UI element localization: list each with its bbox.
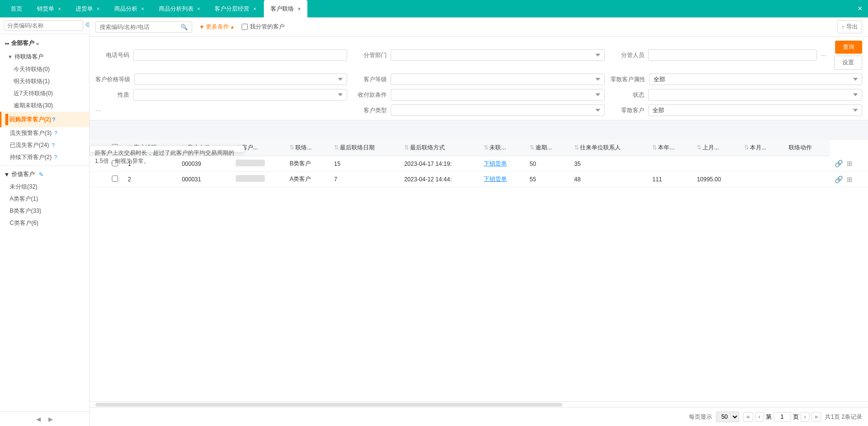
sidebar-search-input[interactable]: [4, 20, 83, 31]
sort-icon-person[interactable]: ⇅: [574, 144, 579, 151]
sidebar-body: ▪▪ 全部客户 « ▼ 待联络客户 今天待联络(0) 明天待联络(1) 近7天待…: [0, 34, 89, 411]
sidebar-item-persist-down[interactable]: 持续下滑客户(2) ?: [0, 151, 89, 163]
sidebar-pending-group[interactable]: ▼ 待联络客户: [4, 50, 89, 63]
sidebar-item-repurchase-abnormal[interactable]: 回购异常客户(2) ?: [0, 112, 89, 127]
sidebar-item-lost-pre[interactable]: 流失预警客户(3) ?: [0, 127, 89, 139]
sidebar-item-tomorrow[interactable]: 明天待联络(1): [4, 75, 89, 88]
advanced-filter: 电话号码 分管部门 分管人员 ··· 查询 设置 客户价格等级: [90, 37, 868, 120]
tab-sales-order[interactable]: 销货单 ×: [30, 0, 68, 17]
close-window-button[interactable]: ×: [858, 4, 862, 13]
settings-button[interactable]: 设置: [834, 56, 862, 70]
payment-select[interactable]: [391, 89, 605, 101]
row1-link-icon[interactable]: 🔗: [835, 160, 843, 167]
tab-close-sales[interactable]: ×: [58, 6, 61, 12]
tab-close-analysis[interactable]: ×: [141, 6, 144, 12]
export-button[interactable]: ↑ 导出: [837, 20, 862, 33]
dept-select[interactable]: [391, 49, 605, 61]
my-customers-checkbox[interactable]: 我分管的客户: [242, 23, 285, 31]
sidebar-item-overdue[interactable]: 逾期未联络(30): [4, 100, 89, 112]
prev-page-btn[interactable]: ‹: [755, 412, 764, 422]
sort-icon-date[interactable]: ⇅: [334, 144, 339, 151]
row4-dots[interactable]: ···: [95, 106, 101, 114]
search-input[interactable]: [100, 24, 179, 30]
tab-purchase-order[interactable]: 进货单 ×: [69, 0, 107, 17]
persist-down-info-icon[interactable]: ?: [54, 154, 57, 160]
nature-select[interactable]: [133, 89, 347, 101]
filter-row-2-col-2: 客户等级: [353, 73, 605, 85]
sidebar-item-7days[interactable]: 近7天待联络(0): [4, 88, 89, 100]
first-page-btn[interactable]: «: [743, 412, 753, 422]
tab-product-analysis[interactable]: 商品分析 ×: [107, 0, 151, 17]
row2-checkbox-input[interactable]: [112, 176, 118, 182]
sidebar-item-b-class[interactable]: B类客户(33): [0, 205, 89, 217]
row2-checkbox[interactable]: [107, 172, 123, 187]
search-icon[interactable]: 🔍: [181, 24, 188, 30]
sidebar-scroll-left[interactable]: ◀: [32, 416, 45, 423]
repurchase-info-icon[interactable]: ?: [52, 117, 56, 122]
price-grade-select[interactable]: [134, 73, 347, 85]
export-icon: ↑: [841, 24, 844, 30]
tab-product-analysis-list[interactable]: 商品分析列表 ×: [152, 0, 207, 17]
row2-last-method[interactable]: 下销货单: [479, 172, 525, 187]
sort-icon-contact[interactable]: ⇅: [289, 144, 294, 151]
customer-type-select[interactable]: [391, 104, 605, 116]
row1-last-method[interactable]: 下销货单: [479, 156, 525, 172]
phone-input[interactable]: [133, 49, 347, 61]
value-edit-icon[interactable]: ✎: [39, 171, 44, 178]
retail-attr-select[interactable]: 全部: [649, 73, 862, 85]
filter-bar: 🔍 ▼ 更多条件 ▲ 我分管的客户 ↑ 导出: [90, 17, 868, 37]
sidebar-item-lost[interactable]: 已流失客户(24) ?: [0, 139, 89, 151]
lost-info-icon[interactable]: ?: [52, 142, 55, 148]
row2-name: [231, 172, 285, 187]
tab-customer-segment[interactable]: 客户分层经营 ×: [208, 0, 263, 17]
tab-close-contact[interactable]: ×: [298, 6, 301, 12]
last-page-btn[interactable]: »: [811, 412, 822, 422]
filter-row-1-col-2: 分管部门: [353, 41, 605, 70]
row1-method-link[interactable]: 下销货单: [484, 160, 507, 167]
tab-close-segment[interactable]: ×: [253, 6, 256, 12]
customer-grade-label: 客户等级: [353, 75, 387, 84]
sort-icon-tmonth[interactable]: ⇅: [744, 144, 749, 151]
tab-close-purchase[interactable]: ×: [97, 6, 100, 12]
manager-dots-btn[interactable]: ···: [821, 51, 826, 59]
sidebar-value-group[interactable]: ▼ 价值客户 ✎: [0, 168, 89, 181]
sidebar-all-customers[interactable]: ▪▪ 全部客户 «: [0, 36, 89, 50]
retail-customer-select[interactable]: 全部: [648, 104, 862, 116]
next-page-btn[interactable]: ›: [801, 412, 809, 422]
sidebar-search-icon[interactable]: 🔍: [85, 22, 90, 29]
row2-grid-icon[interactable]: ⊞: [847, 176, 853, 183]
row2-last-date: 2023-04-12 14:44:: [399, 172, 479, 187]
sort-icon-year[interactable]: ⇅: [652, 144, 657, 151]
sidebar-item-ungroup[interactable]: 未分组(32): [0, 181, 89, 193]
sort-icon-overdue[interactable]: ⇅: [530, 144, 534, 151]
filter-row-1-col-1: 电话号码: [95, 41, 347, 70]
sidebar-item-a-class[interactable]: A类客户(1): [0, 193, 89, 205]
lost-pre-info-icon[interactable]: ?: [54, 130, 57, 136]
status-select[interactable]: [648, 89, 862, 101]
tab-close-analysis-list[interactable]: ×: [198, 6, 200, 12]
sidebar-item-c-class[interactable]: C类客户(6): [0, 217, 89, 229]
page-number-input[interactable]: [774, 412, 791, 422]
chevron-icon: ▲: [230, 24, 235, 29]
my-customers-checkbox-input[interactable]: [242, 24, 248, 30]
row2-link-icon[interactable]: 🔗: [835, 176, 843, 183]
per-page-select[interactable]: 50: [716, 411, 739, 422]
query-button[interactable]: 查询: [835, 41, 862, 54]
tab-home[interactable]: 首页: [4, 0, 29, 17]
sidebar-item-today[interactable]: 今天待联络(0): [4, 63, 89, 75]
customer-grade-select[interactable]: [391, 73, 605, 85]
sort-icon-lmonth[interactable]: ⇅: [697, 144, 701, 151]
col-header-last-month: ⇅上月...: [692, 140, 739, 156]
row2-method-link[interactable]: 下销货单: [484, 176, 507, 182]
sidebar-scroll-right[interactable]: ▶: [45, 416, 57, 423]
sidebar-collapse-btn[interactable]: «: [36, 41, 39, 46]
horizontal-scrollbar[interactable]: [90, 401, 868, 407]
table-row: 1 000039 B类客户 15 2023-04-17 14:19: 下销货单 …: [90, 156, 868, 172]
manager-input[interactable]: [648, 49, 817, 61]
tab-customer-contact[interactable]: 客户联络 ×: [264, 0, 307, 17]
sort-icon-unlinked[interactable]: ⇅: [484, 144, 488, 151]
sort-icon-method[interactable]: ⇅: [404, 144, 409, 151]
more-conditions-btn[interactable]: ▼ 更多条件 ▲: [196, 23, 238, 31]
row1-grid-icon[interactable]: ⊞: [847, 160, 853, 167]
row2-overdue: 48: [569, 172, 648, 187]
